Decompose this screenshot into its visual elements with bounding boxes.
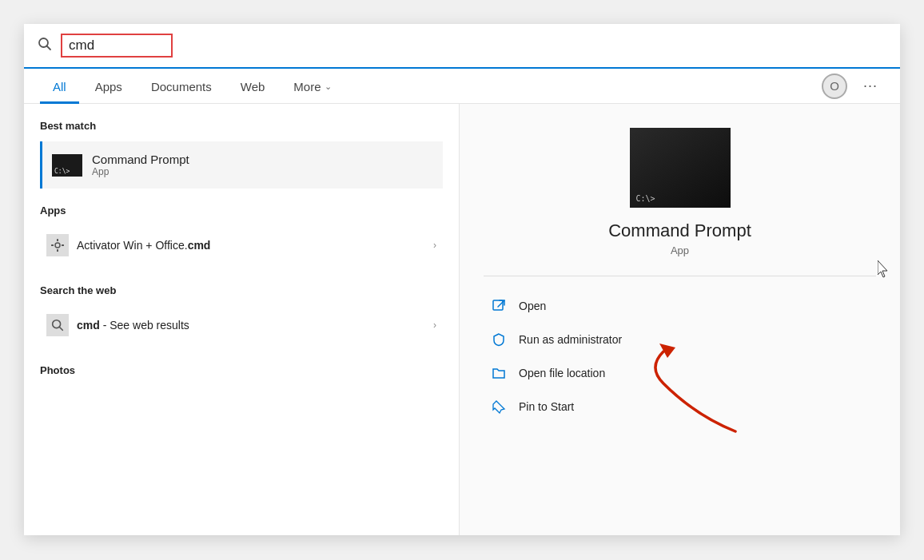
pin-icon (490, 398, 508, 415)
cmd-app-icon (52, 154, 82, 177)
search-icon (37, 36, 53, 56)
action-open[interactable]: Open (484, 289, 876, 323)
action-pin-to-start[interactable]: Pin to Start (484, 390, 876, 423)
app-thumbnail-inner: C:\> (630, 128, 731, 208)
svg-rect-4 (57, 239, 58, 241)
app-detail-type: App (671, 244, 689, 256)
search-panel: All Apps Documents Web More ⌄ O ··· Best… (24, 24, 900, 535)
tab-more[interactable]: More ⌄ (281, 69, 344, 103)
tab-web[interactable]: Web (228, 69, 278, 103)
svg-line-11 (498, 300, 504, 307)
web-search-text: cmd - See web results (77, 319, 433, 332)
svg-line-1 (47, 46, 51, 50)
svg-rect-6 (51, 244, 54, 246)
folder-icon (490, 364, 508, 382)
action-open-file-location-label: Open file location (519, 367, 605, 379)
app-chevron-icon: › (433, 240, 436, 251)
svg-rect-5 (57, 249, 58, 252)
action-open-file-location[interactable]: Open file location (484, 356, 876, 390)
action-pin-to-start-label: Pin to Start (519, 400, 574, 413)
app-name-bold: cmd (188, 239, 211, 252)
search-web-title: Search the web (40, 284, 443, 296)
nav-actions: O ··· (822, 73, 884, 99)
svg-line-9 (59, 327, 62, 330)
web-search-icon (46, 314, 69, 336)
action-list: Open Run as administrator (484, 289, 876, 423)
app-list-item[interactable]: Activator Win + Office.cmd › (40, 226, 443, 264)
action-run-as-admin[interactable]: Run as administrator (484, 323, 876, 356)
photos-section-title: Photos (40, 364, 443, 376)
panel-divider (484, 276, 876, 276)
nav-tabs: All Apps Documents Web More ⌄ O ··· (24, 69, 900, 104)
chevron-down-icon: ⌄ (325, 81, 332, 92)
best-match-name: Command Prompt (92, 153, 189, 166)
action-run-as-admin-label: Run as administrator (519, 333, 622, 346)
app-thumbnail: C:\> (630, 128, 731, 208)
web-suffix: - See web results (100, 319, 189, 332)
app-preview: C:\> Command Prompt App (484, 128, 876, 256)
shield-icon (490, 331, 508, 348)
tab-all[interactable]: All (40, 69, 79, 103)
content-area: Best match Command Prompt App Apps (24, 104, 900, 535)
open-icon (490, 297, 508, 315)
web-query: cmd (77, 319, 100, 332)
app-list-text: Activator Win + Office.cmd (77, 239, 433, 252)
best-match-item[interactable]: Command Prompt App (40, 141, 443, 189)
thumbnail-text: C:\> (636, 194, 655, 203)
svg-rect-10 (493, 300, 503, 310)
tab-apps[interactable]: Apps (82, 69, 135, 103)
svg-rect-7 (62, 244, 64, 246)
web-chevron-icon: › (433, 320, 436, 331)
apps-section-title: Apps (40, 205, 443, 216)
app-gear-icon (46, 234, 69, 256)
right-panel: C:\> Command Prompt App (460, 104, 900, 535)
best-match-title: Best match (40, 120, 443, 132)
search-bar (24, 24, 900, 69)
best-match-type: App (92, 166, 189, 177)
web-search-item[interactable]: cmd - See web results › (40, 306, 443, 344)
action-open-label: Open (519, 300, 546, 312)
left-panel: Best match Command Prompt App Apps (24, 104, 460, 535)
more-options-button[interactable]: ··· (857, 74, 884, 97)
best-match-info: Command Prompt App (92, 153, 189, 177)
search-input[interactable] (61, 34, 173, 58)
app-detail-name: Command Prompt (608, 220, 751, 241)
cortana-button[interactable]: O (822, 73, 847, 99)
tab-documents[interactable]: Documents (138, 69, 225, 103)
